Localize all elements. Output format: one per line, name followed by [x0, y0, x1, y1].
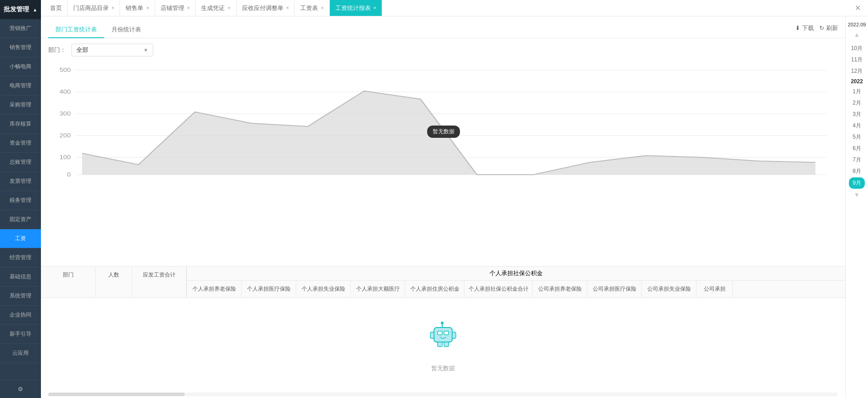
col-pension: 个人承担养老保险 — [187, 281, 242, 297]
svg-rect-14 — [438, 331, 442, 335]
timeline-month-3月[interactable]: 3月 — [847, 109, 867, 120]
col-housing-fund: 个人承担住房公积金 — [405, 281, 464, 297]
svg-point-17 — [441, 322, 444, 324]
timeline-month-8月[interactable]: 8月 — [847, 166, 867, 177]
group-social-label: 个人承担社保公积金 — [187, 267, 845, 281]
timeline-top-label: 2022.09 — [846, 20, 868, 29]
robot-svg — [425, 316, 461, 353]
sidebar-item-fund[interactable]: 资金管理 — [0, 134, 41, 153]
tab-store-catalog[interactable]: 门店商品目录× — [68, 0, 120, 16]
svg-rect-21 — [444, 342, 449, 347]
col-medical: 个人承担医疗保险 — [242, 281, 296, 297]
sidebar-item-cloud[interactable]: 云应用 — [0, 344, 41, 363]
dept-select[interactable]: 全部 ▼ — [71, 44, 153, 56]
svg-text:0: 0 — [67, 171, 71, 177]
horizontal-scrollbar[interactable] — [48, 393, 838, 396]
tab-gen-voucher[interactable]: 生成凭证× — [196, 0, 236, 16]
timeline-month-1月[interactable]: 1月 — [847, 86, 867, 97]
content-area: 部门工资统计表月份统计表 ⬇ 下载 ↻ 刷新 部门： 全部 ▼ — [41, 16, 868, 398]
sidebar-item-salary[interactable]: 工资 — [0, 229, 41, 248]
svg-rect-13 — [434, 327, 452, 342]
sidebar-header[interactable]: 批发管理 ▲ — [0, 0, 41, 19]
timeline-month-2月[interactable]: 2月 — [847, 97, 867, 109]
sidebar-item-inventory[interactable]: 库存核算 — [0, 115, 41, 134]
tab-close-salary-report[interactable]: × — [373, 5, 376, 10]
col-count: 人数 — [96, 267, 132, 297]
svg-text:500: 500 — [60, 67, 71, 73]
col-company-unemployment: 公司承担失业保险 — [642, 281, 696, 297]
timeline-month-12月[interactable]: 12月 — [847, 65, 867, 77]
tab-salary-report[interactable]: 工资统计报表× — [330, 0, 382, 16]
svg-marker-12 — [82, 91, 815, 175]
svg-rect-18 — [430, 332, 434, 338]
sub-tab-0[interactable]: 部门工资统计表 — [48, 22, 104, 38]
sidebar-settings[interactable]: ⚙ — [0, 380, 41, 398]
table-area: 部门 人数 应发工资合计 个人承担社保公积金 个人承担养老保险 个人承担医疗保险… — [41, 266, 845, 398]
sidebar-item-system[interactable]: 系统管理 — [0, 287, 41, 306]
timeline-month-6月[interactable]: 6月 — [847, 143, 867, 154]
tab-home[interactable]: 首页 — [45, 0, 68, 16]
timeline-down-arrow[interactable]: ▼ — [846, 189, 868, 200]
empty-label: 暂无数据 — [431, 364, 455, 373]
svg-text:300: 300 — [60, 111, 71, 116]
tab-close-gen-voucher[interactable]: × — [227, 5, 230, 10]
sidebar-title: 批发管理 — [4, 5, 29, 14]
tab-close-adjust-order[interactable]: × — [286, 5, 289, 10]
tab-close-salary-sheet[interactable]: × — [321, 5, 323, 10]
window-close-icon[interactable]: ✕ — [855, 4, 861, 12]
empty-robot-icon — [425, 316, 461, 359]
timeline-month-11月[interactable]: 11月 — [847, 54, 867, 65]
sidebar-item-guide[interactable]: 新手引导 — [0, 325, 41, 344]
tab-close-store-catalog[interactable]: × — [111, 5, 114, 10]
sub-tab-actions: ⬇ 下载 ↻ 刷新 — [795, 24, 838, 36]
col-total-salary: 应发工资合计 — [132, 267, 187, 297]
main-area: 首页门店商品目录×销售单×店铺管理×生成凭证×应收应付调整单×工资表×工资统计报… — [41, 0, 868, 398]
col-social-total: 个人承担社保公积金合计 — [464, 281, 533, 297]
download-label: 下载 — [802, 24, 814, 32]
tab-close-store-mgmt[interactable]: × — [187, 5, 190, 10]
timeline-panel: 2022.09 ▲ 10月11月12月20221月2月3月4月5月6月7月8月9… — [845, 16, 868, 398]
chart-area: 暂无数据 500 400 300 200 100 0 — [41, 62, 845, 266]
svg-rect-15 — [444, 331, 449, 335]
tab-adjust-order[interactable]: 应收应付调整单× — [237, 0, 295, 16]
timeline-up-arrow[interactable]: ▲ — [846, 29, 868, 40]
sidebar-item-ecommerce-small[interactable]: 小畅电商 — [0, 57, 41, 76]
sidebar-item-enterprise[interactable]: 企业协同 — [0, 306, 41, 325]
refresh-button[interactable]: ↻ 刷新 — [819, 24, 838, 32]
line-chart: 500 400 300 200 100 0 — [48, 65, 838, 179]
sub-tabs-bar: 部门工资统计表月份统计表 ⬇ 下载 ↻ 刷新 — [41, 16, 845, 38]
svg-rect-20 — [438, 342, 442, 347]
sidebar-item-assets[interactable]: 固定资产 — [0, 210, 41, 229]
sidebar-item-purchase[interactable]: 采购管理 — [0, 96, 41, 115]
settings-icon: ⚙ — [18, 386, 23, 393]
filter-bar: 部门： 全部 ▼ — [41, 38, 845, 62]
sidebar-item-base-info[interactable]: 基础信息 — [0, 267, 41, 287]
sidebar-item-sales[interactable]: 销售管理 — [0, 38, 41, 57]
col-company-medical: 公司承担医疗保险 — [587, 281, 642, 297]
tab-salary-sheet[interactable]: 工资表× — [295, 0, 329, 16]
sidebar-item-operations[interactable]: 经营管理 — [0, 248, 41, 267]
timeline-month-4月[interactable]: 4月 — [847, 120, 867, 131]
refresh-label: 刷新 — [826, 24, 838, 32]
refresh-icon: ↻ — [819, 25, 824, 31]
sidebar-item-tax[interactable]: 税务管理 — [0, 191, 41, 210]
tab-sales-order[interactable]: 销售单× — [120, 0, 155, 16]
tab-store-mgmt[interactable]: 店铺管理× — [155, 0, 196, 16]
download-icon: ⬇ — [795, 25, 800, 31]
sidebar-item-ledger[interactable]: 总账管理 — [0, 153, 41, 172]
tab-close-sales-order[interactable]: × — [146, 5, 149, 10]
timeline-month-10月[interactable]: 10月 — [847, 43, 867, 54]
sidebar-item-marketing[interactable]: 营销推广 — [0, 19, 41, 38]
sidebar-item-invoice[interactable]: 发票管理 — [0, 172, 41, 191]
download-button[interactable]: ⬇ 下载 — [795, 24, 814, 32]
timeline-month-9月[interactable]: 9月 — [849, 177, 865, 189]
timeline-month-5月[interactable]: 5月 — [847, 131, 867, 143]
sub-tab-1[interactable]: 月份统计表 — [104, 22, 148, 38]
scrollbar-thumb[interactable] — [48, 393, 185, 396]
col-dept: 部门 — [41, 267, 96, 297]
tab-bar: 首页门店商品目录×销售单×店铺管理×生成凭证×应收应付调整单×工资表×工资统计报… — [41, 0, 868, 16]
timeline-month-7月[interactable]: 7月 — [847, 154, 867, 166]
svg-text:400: 400 — [60, 89, 71, 95]
sidebar-item-ecommerce[interactable]: 电商管理 — [0, 76, 41, 96]
chevron-down-icon: ▼ — [143, 47, 148, 53]
